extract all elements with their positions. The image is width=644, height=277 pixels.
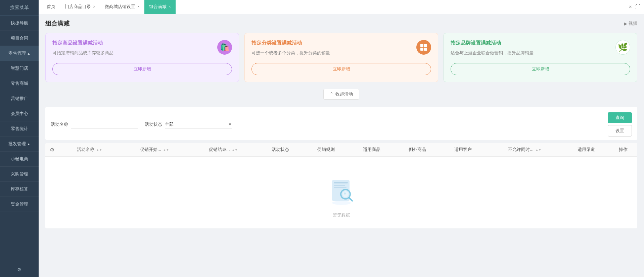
card-brand-btn[interactable]: 立即新增 bbox=[451, 63, 630, 75]
activity-name-input[interactable] bbox=[71, 120, 138, 128]
sidebar-item-finance-mgmt[interactable]: 资金管理 bbox=[0, 197, 39, 212]
close-icon[interactable]: × bbox=[169, 4, 171, 9]
tab-combo-discount[interactable]: 组合满减 × bbox=[144, 0, 176, 14]
card-product: 🛍️ 指定商品设置满减活动 可指定滞销商品或库存较多商品 立即新增 bbox=[45, 33, 239, 82]
svg-rect-3 bbox=[424, 48, 427, 51]
sidebar-item-label: 会员中心 bbox=[11, 111, 28, 116]
sidebar-item-label: 快捷导航 bbox=[11, 20, 28, 25]
svg-rect-0 bbox=[420, 44, 423, 47]
sort-icon[interactable]: ▲▼ bbox=[535, 148, 541, 152]
close-icon[interactable]: × bbox=[93, 4, 95, 9]
tab-label: 微商城店铺设置 bbox=[105, 4, 135, 10]
col-applicable-goods: 适用商品 bbox=[349, 143, 395, 157]
table-header: ⚙ 活动名称 ▲▼ 促销开始... ▲▼ 促销结束... ▲▼ bbox=[45, 143, 637, 157]
sidebar-item-project-contract[interactable]: 项目合同 bbox=[0, 31, 39, 46]
query-button[interactable]: 查询 bbox=[608, 112, 632, 123]
card-category-desc: 可选一个或者多个分类，提升分类的销量 bbox=[251, 50, 431, 56]
sidebar-item-retail-mall[interactable]: 零售商城 bbox=[0, 76, 39, 91]
col-status-label: 活动状态 bbox=[272, 147, 289, 152]
sidebar-item-label: 采购管理 bbox=[11, 171, 28, 176]
page-header: 组合满减 ▶ 视频 bbox=[45, 19, 637, 27]
card-product-icon: 🛍️ bbox=[217, 40, 232, 55]
sidebar-item-retail-mgmt[interactable]: 零售管理 ▲ bbox=[0, 46, 39, 61]
table-settings-button[interactable]: ⚙ bbox=[50, 147, 54, 153]
video-link[interactable]: ▶ 视频 bbox=[624, 20, 637, 26]
content-area: 组合满减 ▶ 视频 🛍️ 指定商品设置满减活动 可指定滞销商品或库存较多商品 立… bbox=[39, 14, 644, 277]
tab-store-catalog[interactable]: 门店商品目录 × bbox=[60, 0, 100, 14]
sidebar-item-member-center[interactable]: 会员中心 bbox=[0, 106, 39, 121]
data-table: ⚙ 活动名称 ▲▼ 促销开始... ▲▼ 促销结束... ▲▼ bbox=[45, 143, 637, 228]
tab-home[interactable]: 首页 bbox=[42, 0, 60, 14]
col-excluded-goods-label: 例外商品 bbox=[409, 147, 426, 152]
fullscreen-button[interactable]: ⛶ bbox=[635, 4, 641, 10]
card-brand-title: 指定品牌设置满减活动 bbox=[451, 40, 630, 46]
card-product-title: 指定商品设置满减活动 bbox=[52, 40, 232, 46]
col-promo-start-label: 促销开始... bbox=[140, 147, 161, 152]
sidebar-item-wholesale-mgmt[interactable]: 批发管理 ▲ bbox=[0, 136, 39, 152]
sort-icon[interactable]: ▲▼ bbox=[232, 148, 238, 152]
table-wrapper: ⚙ 活动名称 ▲▼ 促销开始... ▲▼ 促销结束... ▲▼ bbox=[45, 143, 637, 228]
sort-icon[interactable]: ▲▼ bbox=[96, 148, 102, 152]
sort-icon[interactable]: ▲▼ bbox=[163, 148, 169, 152]
page-title: 组合满减 bbox=[45, 19, 70, 27]
card-category-btn[interactable]: 立即新增 bbox=[251, 63, 431, 75]
restore-window-button[interactable]: × bbox=[629, 4, 632, 10]
card-product-desc: 可指定滞销商品或库存较多商品 bbox=[52, 50, 232, 56]
sidebar-item-retail-stats[interactable]: 零售统计 bbox=[0, 121, 39, 136]
col-promo-end-label: 促销结束... bbox=[209, 147, 230, 152]
col-promo-start: 促销开始... ▲▼ bbox=[120, 143, 189, 157]
tab-wechat-store-settings[interactable]: 微商城店铺设置 × bbox=[100, 0, 144, 14]
svg-point-4 bbox=[332, 201, 351, 205]
sidebar-item-smart-store[interactable]: 智慧门店 bbox=[0, 61, 39, 76]
card-brand-icon: 🌿 bbox=[615, 40, 630, 55]
collapse-bar: ⌃ 收起活动 bbox=[45, 86, 637, 102]
sidebar-settings-btn[interactable]: ⚙ bbox=[0, 262, 39, 277]
play-icon: ▶ bbox=[624, 21, 627, 26]
tab-label: 组合满减 bbox=[149, 4, 167, 10]
svg-rect-6 bbox=[334, 182, 348, 183]
activity-status-select[interactable]: 全部 进行中 未开始 已结束 bbox=[165, 120, 232, 128]
col-applicable-customer-label: 适用客户 bbox=[454, 147, 472, 152]
sidebar-item-label: 小畅电商 bbox=[11, 156, 28, 161]
sidebar-item-inventory[interactable]: 库存核算 bbox=[0, 182, 39, 197]
sidebar-item-xc-ecommerce[interactable]: 小畅电商 bbox=[0, 152, 39, 167]
empty-illustration bbox=[325, 173, 358, 207]
col-no-concurrent: 不允许同时... ▲▼ bbox=[486, 143, 563, 157]
col-operation-label: 操作 bbox=[619, 147, 628, 152]
tab-bar: 首页 门店商品目录 × 微商城店铺设置 × 组合满减 × × ⛶ bbox=[39, 0, 644, 14]
sidebar-item-label: 零售商城 bbox=[11, 81, 28, 86]
sidebar-item-label: 零售统计 bbox=[11, 126, 28, 131]
sidebar: 搜索菜单 快捷导航 项目合同 零售管理 ▲ 智慧门店 零售商城 营销推广 会员中… bbox=[0, 0, 39, 277]
collapse-button[interactable]: ⌃ 收起活动 bbox=[323, 89, 359, 100]
chevron-up-icon: ⌃ bbox=[330, 92, 333, 97]
chevron-down-icon: ▲ bbox=[27, 142, 31, 146]
card-category: 指定分类设置满减活动 可选一个或者多个分类，提升分类的销量 立即新增 bbox=[244, 33, 438, 82]
col-no-concurrent-label: 不允许同时... bbox=[508, 147, 534, 152]
close-icon[interactable]: × bbox=[137, 4, 140, 9]
svg-rect-8 bbox=[334, 187, 347, 188]
col-promo-rule: 促销规则 bbox=[303, 143, 349, 157]
col-applicable-customer: 适用客户 bbox=[440, 143, 486, 157]
video-label: 视频 bbox=[629, 20, 637, 26]
card-product-btn[interactable]: 立即新增 bbox=[52, 63, 232, 75]
col-applicable-channel: 适用渠道 bbox=[563, 143, 609, 157]
activity-name-field: 活动名称 bbox=[51, 120, 138, 128]
card-category-icon bbox=[416, 40, 431, 55]
col-status: 活动状态 bbox=[258, 143, 303, 157]
col-applicable-channel-label: 适用渠道 bbox=[578, 147, 595, 152]
cards-section: 🛍️ 指定商品设置满减活动 可指定滞销商品或库存较多商品 立即新增 指定分类设置… bbox=[45, 33, 637, 82]
col-name: 活动名称 ▲▼ bbox=[59, 143, 120, 157]
card-brand: 🌿 指定品牌设置满减活动 适合与上游企业联合做营销，提升品牌销量 立即新增 bbox=[444, 33, 637, 82]
svg-rect-7 bbox=[334, 185, 345, 186]
sidebar-item-purchase-mgmt[interactable]: 采购管理 bbox=[0, 167, 39, 182]
svg-point-12 bbox=[344, 192, 346, 195]
activity-name-label: 活动名称 bbox=[51, 121, 68, 127]
sidebar-item-quick-nav[interactable]: 快捷导航 bbox=[0, 16, 39, 31]
tab-label: 门店商品目录 bbox=[65, 4, 91, 10]
settings-button[interactable]: 设置 bbox=[608, 125, 632, 136]
sidebar-item-marketing[interactable]: 营销推广 bbox=[0, 91, 39, 106]
main-area: 首页 门店商品目录 × 微商城店铺设置 × 组合满减 × × ⛶ 组合满减 ▶ … bbox=[39, 0, 644, 277]
sidebar-search[interactable]: 搜索菜单 bbox=[0, 0, 39, 16]
col-excluded-goods: 例外商品 bbox=[395, 143, 440, 157]
empty-text: 暂无数据 bbox=[52, 212, 631, 218]
